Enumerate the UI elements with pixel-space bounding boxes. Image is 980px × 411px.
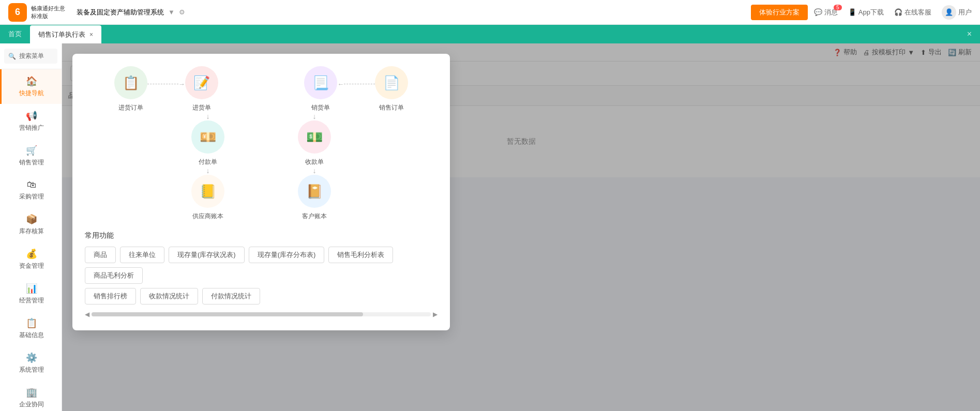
flow-node-supplier-ledger[interactable]: 📒 供应商账本	[191, 175, 224, 221]
purchase-bill-label: 进货单	[192, 103, 211, 112]
sidebar-item-marketing[interactable]: 📢 营销推广	[0, 104, 62, 139]
sidebar-search: 🔍 搜索菜单	[0, 43, 62, 69]
purchase-icon: 🛍	[27, 179, 36, 190]
flow-node-sales-bill[interactable]: 📃 销货单	[304, 66, 337, 112]
sidebar-item-quick-nav[interactable]: 🏠 快捷导航	[0, 69, 62, 104]
supplier-ledger-label: 供应商账本	[192, 212, 223, 221]
common-functions: 常用功能 商品 往来单位 现存量(库存状况表) 现存量(库存分布表) 销售毛利分…	[85, 231, 438, 305]
customer-ledger-label: 客户账本	[302, 212, 327, 221]
func-btn-stock-status[interactable]: 现存量(库存状况表)	[169, 247, 245, 263]
func-btn-product[interactable]: 商品	[85, 247, 116, 263]
sidebar-item-purchase[interactable]: 🛍 采购管理	[0, 173, 62, 207]
receipt-bill-label: 收款单	[305, 158, 324, 166]
sidebar-item-enterprise[interactable]: 🏢 企业协同	[0, 380, 62, 411]
app-download-action[interactable]: 📱 App下载	[848, 8, 884, 17]
message-action[interactable]: 💬 消息 5	[814, 8, 838, 17]
download-icon: 📱	[848, 8, 856, 16]
purchase-order-icon: 📋	[114, 66, 147, 99]
operations-icon: 📊	[26, 283, 37, 294]
search-icon: 🔍	[8, 53, 16, 60]
flow-ledger-row: 📒 供应商账本 📔 客户账本	[85, 175, 438, 221]
flow-node-purchase-order[interactable]: 📋 进货订单	[114, 66, 147, 112]
func-btn-stock-dist[interactable]: 现存量(库存分布表)	[249, 247, 325, 263]
tab-close-icon[interactable]: ×	[89, 31, 93, 38]
message-icon: 💬	[814, 8, 822, 16]
tab-close-all[interactable]: ×	[959, 29, 980, 39]
flow-down-arrows-row: ↓ ↓	[85, 112, 438, 120]
gear-icon[interactable]: ⚙	[179, 8, 185, 16]
user-action[interactable]: 👤 用户	[942, 5, 972, 20]
sidebar-item-inventory[interactable]: 📦 库存核算	[0, 207, 62, 242]
flow-sales-pair: 📃 销货单 ← 📄	[304, 66, 408, 112]
func-btn-partners[interactable]: 往来单位	[120, 247, 164, 263]
content-area: ❓ 帮助 🖨 按模板打印 ▼ ⬆ 导出 🔄 刷新	[62, 43, 980, 411]
sales-bill-label: 销货单	[311, 103, 330, 112]
trial-button[interactable]: 体验行业方案	[751, 5, 808, 20]
flow-down-arrows-row2: ↓ ↓	[85, 166, 438, 175]
enterprise-icon: 🏢	[26, 387, 37, 398]
basic-info-icon: 📋	[26, 317, 37, 329]
receipt-bill-icon: 💵	[298, 120, 331, 154]
flow-node-sales-order[interactable]: 📄 销售订单	[375, 66, 408, 112]
down-arrow-customer: ↓	[298, 166, 331, 175]
avatar: 👤	[942, 5, 956, 20]
func-btn-receipt-stats[interactable]: 收款情况统计	[140, 288, 198, 305]
flow-arrow-sales: ←	[337, 80, 375, 98]
down-arrow-supplier: ↓	[191, 166, 224, 175]
flow-node-customer-ledger[interactable]: 📔 客户账本	[298, 175, 331, 221]
payment-bill-icon: 💴	[191, 120, 224, 154]
dropdown-icon[interactable]: ▼	[168, 8, 175, 16]
sidebar-item-finance[interactable]: 💰 资金管理	[0, 242, 62, 277]
supplier-ledger-icon: 📒	[191, 175, 224, 208]
scrollbar-track[interactable]	[92, 312, 431, 316]
quick-nav-modal: 📋 进货订单 → 📝	[72, 54, 450, 330]
func-btn-product-margin[interactable]: 商品毛利分析	[85, 267, 143, 284]
service-icon: 🎧	[894, 8, 902, 16]
header-title: 装备及固定资产辅助管理系统 ▼ ⚙	[77, 8, 745, 17]
tab-bar: 首页 销售订单执行表 × ×	[0, 25, 980, 43]
func-btn-sales-margin[interactable]: 销售毛利分析表	[328, 247, 393, 263]
scrollbar-left-arrow[interactable]: ◀	[85, 311, 89, 318]
tab-home[interactable]: 首页	[0, 25, 30, 43]
modal-scrollbar: ◀ ▶	[85, 311, 438, 318]
function-buttons-row2: 销售排行榜 收款情况统计 付款情况统计	[85, 288, 438, 305]
flow-node-purchase-bill[interactable]: 📝 进货单	[185, 66, 218, 112]
func-btn-payment-stats[interactable]: 付款情况统计	[202, 288, 260, 305]
flow-node-payment-bill[interactable]: 💴 付款单	[191, 120, 224, 166]
home-icon: 🏠	[26, 75, 37, 87]
down-arrow-payment: ↓	[191, 112, 224, 120]
main-layout: 🔍 搜索菜单 🏠 快捷导航 📢 营销推广 🛒 销售管理 🛍 采购管理 📦 库存核…	[0, 43, 980, 411]
logo-icon: 6	[8, 3, 27, 22]
message-badge: 5	[834, 5, 842, 10]
sales-order-label: 销售订单	[379, 103, 404, 112]
logo-text: 畅康通好生意 标准版	[31, 5, 65, 20]
func-btn-sales-ranking[interactable]: 销售排行榜	[85, 288, 136, 305]
common-functions-title: 常用功能	[85, 231, 438, 240]
finance-icon: 💰	[26, 248, 37, 260]
flow-payment-row: 💴 付款单 💵 收款单	[85, 120, 438, 166]
inventory-icon: 📦	[26, 214, 37, 225]
search-menu-button[interactable]: 🔍 搜索菜单	[4, 49, 57, 64]
scrollbar-right-arrow[interactable]: ▶	[433, 311, 438, 318]
sidebar-item-sales[interactable]: 🛒 销售管理	[0, 139, 62, 173]
header: 6 畅康通好生意 标准版 装备及固定资产辅助管理系统 ▼ ⚙ 体验行业方案 💬 …	[0, 0, 980, 25]
sidebar-item-operations[interactable]: 📊 经营管理	[0, 277, 62, 311]
tab-sales-order[interactable]: 销售订单执行表 ×	[30, 25, 101, 44]
scrollbar-thumb	[92, 312, 363, 316]
header-right: 💬 消息 5 📱 App下载 🎧 在线客服 👤 用户	[814, 5, 972, 20]
payment-bill-label: 付款单	[199, 158, 217, 166]
flow-purchase-pair: 📋 进货订单 → 📝	[114, 66, 218, 112]
system-icon: ⚙️	[26, 352, 37, 363]
sidebar: 🔍 搜索菜单 🏠 快捷导航 📢 营销推广 🛒 销售管理 🛍 采购管理 📦 库存核…	[0, 43, 62, 411]
sidebar-item-system[interactable]: ⚙️ 系统管理	[0, 346, 62, 380]
sales-bill-icon: 📃	[304, 66, 337, 99]
online-service-action[interactable]: 🎧 在线客服	[894, 8, 931, 17]
sidebar-item-basic-info[interactable]: 📋 基础信息	[0, 311, 62, 346]
modal-overlay[interactable]: 📋 进货订单 → 📝	[62, 43, 980, 411]
flow-diagram: 📋 进货订单 → 📝	[85, 66, 438, 221]
flow-node-receipt-bill[interactable]: 💵 收款单	[298, 120, 331, 166]
down-arrow-receipt: ↓	[298, 112, 331, 120]
flow-arrow-purchase: →	[147, 80, 185, 98]
logo: 6 畅康通好生意 标准版	[8, 3, 70, 22]
customer-ledger-icon: 📔	[298, 175, 331, 208]
